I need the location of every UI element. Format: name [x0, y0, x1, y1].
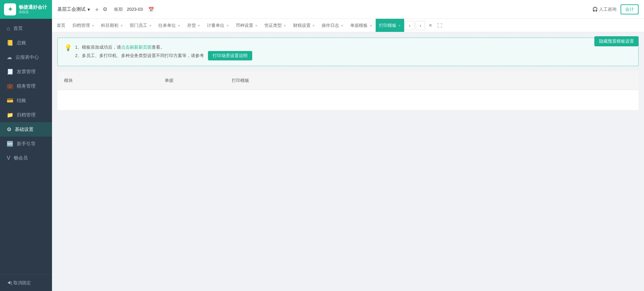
sidebar-label-vip: 畅会员: [14, 155, 28, 161]
hide-preview-button[interactable]: 隐藏预置模板设置: [594, 36, 639, 46]
tab-label-unit: 计量单位: [207, 22, 224, 29]
sidebar-nav: ⌂首页📒总账☁云报表中心🧾发票管理💼税务管理💳结账📁归档管理⚙基础设置🆕新手引导…: [0, 19, 52, 275]
tab-close-unit[interactable]: ×: [226, 23, 228, 28]
sidebar-label-invoice: 发票管理: [17, 69, 36, 75]
sidebar-item-home[interactable]: ⌂首页: [0, 21, 52, 36]
header-actions: ＋ ⚙: [94, 5, 107, 13]
logo-icon: ✦: [4, 3, 16, 15]
tab-dept[interactable]: 部门员工×: [126, 19, 155, 32]
tab-close-subject[interactable]: ×: [120, 23, 122, 28]
sidebar-label-tax: 税务管理: [17, 83, 36, 89]
period-value: 2023-03: [127, 7, 143, 12]
tab-label-bill_template: 单据模板: [350, 22, 368, 29]
tab-label-vendor: 往来单位: [158, 22, 176, 29]
sidebar-label-reports: 云报表中心: [15, 54, 39, 60]
tab-close-voucher_type[interactable]: ×: [284, 23, 286, 28]
customer-service-label: 人工咨询: [599, 6, 616, 12]
tab-label-tax_settings: 财税设置: [293, 22, 311, 29]
tab-print_template[interactable]: 打印模板×: [376, 19, 404, 32]
info-line1-prefix: 1、模板添加成功后，请: [75, 45, 121, 50]
accounting-button[interactable]: 会计: [621, 4, 639, 14]
sidebar-item-settings[interactable]: ⚙基础设置: [0, 122, 52, 137]
dropdown-icon: ▾: [88, 7, 90, 12]
tab-close-operation_log[interactable]: ×: [341, 23, 343, 28]
tab-nav-right[interactable]: ›: [416, 21, 425, 30]
tab-subject[interactable]: 科目期初×: [98, 19, 126, 32]
logo-name: 畅捷通好会计: [19, 4, 47, 10]
tab-home[interactable]: 首页: [53, 19, 69, 32]
refresh-link[interactable]: 点击刷新新页面: [121, 45, 152, 50]
tax-icon: 💼: [7, 83, 13, 89]
tab-label-operation_log: 操作日志: [322, 22, 339, 29]
add-tab-button[interactable]: ＋: [94, 5, 100, 13]
sidebar-item-ledger[interactable]: 📒总账: [0, 36, 52, 50]
sidebar-label-archive: 归档管理: [17, 112, 36, 118]
reports-icon: ☁: [7, 54, 12, 60]
tab-currency[interactable]: 币种设置×: [232, 19, 261, 32]
tab-label-inventory: 存货: [187, 22, 196, 29]
headset-icon: 🎧: [592, 7, 598, 12]
company-selector[interactable]: 基层工会测试 ▾: [57, 6, 90, 12]
header: 基层工会测试 ▾ ＋ ⚙ 账期 2023-03 📅 🎧 人工咨询 会计: [52, 0, 644, 19]
main-area: 基层工会测试 ▾ ＋ ⚙ 账期 2023-03 📅 🎧 人工咨询 会计 首页归档…: [52, 0, 644, 291]
header-right: 🎧 人工咨询 会计: [592, 4, 639, 14]
info-line1-suffix: 查看。: [152, 45, 165, 50]
table-header: 模块 单据 打印模板: [57, 71, 639, 90]
sidebar-item-tax[interactable]: 💼税务管理: [0, 79, 52, 93]
sidebar-label-checkout: 结账: [17, 98, 26, 104]
tab-archive[interactable]: 归档管理×: [69, 19, 98, 32]
sidebar-item-vip[interactable]: V畅会员: [0, 151, 52, 165]
checkout-icon: 💳: [7, 97, 13, 104]
tab-label-print_template: 打印模板: [379, 22, 396, 29]
sidebar-item-reports[interactable]: ☁云报表中心: [0, 50, 52, 64]
sidebar-item-invoice[interactable]: 🧾发票管理: [0, 64, 52, 79]
logo-sub: 旗舰版: [19, 10, 47, 14]
tab-close-archive[interactable]: ×: [92, 23, 94, 28]
archive-icon: 📁: [7, 112, 13, 118]
home-icon: ⌂: [7, 26, 10, 32]
sidebar: ✦ 畅捷通好会计 旗舰版 ⌂首页📒总账☁云报表中心🧾发票管理💼税务管理💳结账📁归…: [0, 0, 52, 291]
tab-close-bill_template[interactable]: ×: [370, 23, 372, 28]
tab-close-vendor[interactable]: ×: [178, 23, 180, 28]
tab-label-home: 首页: [57, 22, 65, 29]
content-area: 隐藏预置模板设置 💡 1、模板添加成功后，请点击刷新新页面查看。 2、多员工、多…: [52, 32, 644, 291]
tab-inventory[interactable]: 存货×: [184, 19, 204, 32]
sidebar-item-archive[interactable]: 📁归档管理: [0, 108, 52, 122]
tab-close-all-button[interactable]: ×: [426, 21, 435, 30]
customer-service-button[interactable]: 🎧 人工咨询: [592, 6, 616, 12]
tab-label-voucher_type: 凭证类型: [264, 22, 282, 29]
lightbulb-icon: 💡: [64, 44, 72, 51]
tab-close-currency[interactable]: ×: [255, 23, 257, 28]
settings-icon[interactable]: ⚙: [103, 6, 107, 12]
sidebar-item-guide[interactable]: 🆕新手引导: [0, 137, 52, 151]
info-line-2: 2、多员工、多打印机、多种业务类型设置不同打印方案等，请参考 打印场景设置说明: [75, 51, 632, 60]
tab-close-inventory[interactable]: ×: [198, 23, 200, 28]
tab-vendor[interactable]: 往来单位×: [155, 19, 183, 32]
tab-operation_log[interactable]: 操作日志×: [318, 19, 347, 32]
sidebar-label-guide: 新手引导: [17, 141, 36, 147]
tab-bill_template[interactable]: 单据模板×: [347, 19, 375, 32]
tab-bar: 首页归档管理×科目期初×部门员工×往来单位×存货×计量单位×币种设置×凭证类型×…: [52, 19, 644, 32]
tab-close-dept[interactable]: ×: [149, 23, 151, 28]
col-template-header: 打印模板: [225, 75, 639, 86]
settings-icon: ⚙: [7, 126, 11, 133]
tab-label-subject: 科目期初: [101, 22, 118, 29]
explain-button[interactable]: 打印场景设置说明: [208, 51, 252, 60]
table-body: [57, 90, 639, 110]
sidebar-label-settings: 基础设置: [15, 127, 34, 133]
company-name: 基层工会测试: [57, 6, 86, 12]
guide-icon: 🆕: [7, 141, 13, 147]
sidebar-unpin[interactable]: ◀| 取消固定: [0, 275, 52, 291]
sidebar-logo: ✦ 畅捷通好会计 旗舰版: [0, 0, 52, 19]
tab-tax_settings[interactable]: 财税设置×: [290, 19, 318, 32]
tab-close-tax_settings[interactable]: ×: [313, 23, 315, 28]
calendar-icon[interactable]: 📅: [148, 7, 154, 12]
tab-voucher_type[interactable]: 凭证类型×: [261, 19, 289, 32]
tab-close-print_template[interactable]: ×: [398, 23, 400, 28]
tab-expand-button[interactable]: ⛶: [435, 21, 444, 30]
invoice-icon: 🧾: [7, 68, 13, 75]
sidebar-item-checkout[interactable]: 💳结账: [0, 93, 52, 108]
tab-label-archive: 归档管理: [72, 22, 90, 29]
tab-unit[interactable]: 计量单位×: [204, 19, 232, 32]
tab-nav-left[interactable]: ‹: [405, 21, 414, 30]
